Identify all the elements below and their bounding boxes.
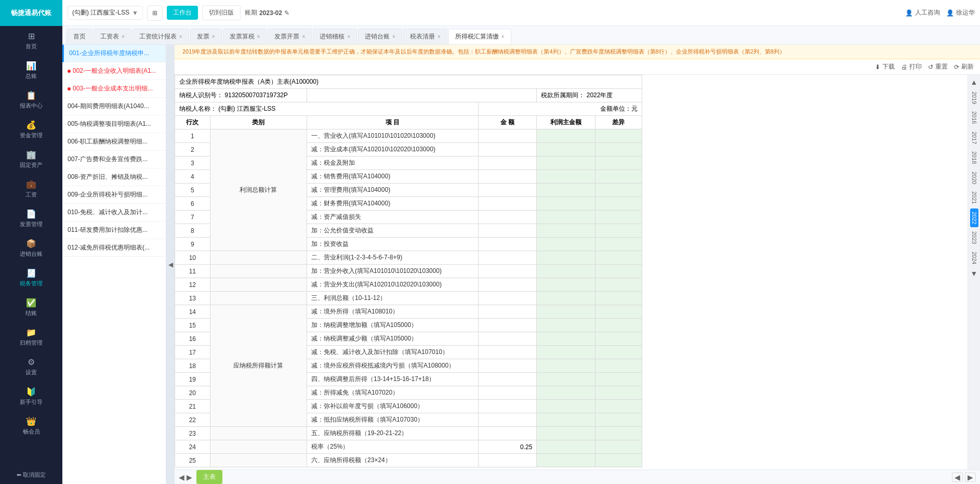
amount-cell[interactable] bbox=[478, 319, 537, 332]
diff-cell[interactable] bbox=[595, 346, 642, 359]
amount-cell[interactable] bbox=[478, 454, 537, 467]
diff-cell[interactable] bbox=[595, 265, 642, 278]
sidebar-item-archive[interactable]: 📁归档管理 bbox=[0, 322, 62, 352]
profit-amount-cell[interactable] bbox=[537, 129, 595, 143]
sidebar-item-fixed-assets[interactable]: 🏢固定资产 bbox=[0, 145, 62, 174]
period-edit-icon[interactable]: ✎ bbox=[284, 9, 289, 17]
sidebar-item-tax[interactable]: 🧾税务管理 bbox=[0, 263, 62, 293]
tab-close-icon[interactable]: × bbox=[212, 34, 215, 40]
diff-cell[interactable] bbox=[595, 143, 642, 156]
refresh-button[interactable]: ⟳ 刷新 bbox=[954, 62, 974, 71]
profit-amount-cell[interactable] bbox=[537, 238, 595, 251]
tab-发票[interactable]: 发票× bbox=[190, 29, 222, 44]
amount-cell[interactable] bbox=[478, 238, 537, 251]
year-nav-2020[interactable]: 2020 bbox=[970, 168, 978, 187]
amount-cell[interactable] bbox=[478, 197, 537, 211]
profit-amount-cell[interactable] bbox=[537, 265, 595, 278]
profit-amount-cell[interactable] bbox=[537, 224, 595, 238]
diff-cell[interactable] bbox=[595, 211, 642, 224]
profit-amount-cell[interactable] bbox=[537, 184, 595, 197]
download-button[interactable]: ⬇ 下载 bbox=[875, 62, 895, 71]
amount-cell[interactable] bbox=[478, 359, 537, 373]
sidebar-item-invoice[interactable]: 📄发票管理 bbox=[0, 204, 62, 233]
tab-税表清册[interactable]: 税表清册× bbox=[403, 29, 447, 44]
tab-进销台账[interactable]: 进销台账× bbox=[358, 29, 402, 44]
profit-amount-cell[interactable] bbox=[537, 156, 595, 170]
left-panel-item-008[interactable]: 008-资产折旧、摊销及纳税... bbox=[62, 168, 166, 186]
profit-amount-cell[interactable] bbox=[537, 278, 595, 292]
tab-close-icon[interactable]: × bbox=[347, 34, 350, 40]
diff-cell[interactable] bbox=[595, 224, 642, 238]
tab-所得税汇算清缴[interactable]: 所得税汇算清缴× bbox=[448, 29, 511, 44]
profit-amount-cell[interactable] bbox=[537, 143, 595, 156]
left-panel-item-011[interactable]: 011-研发费用加计扣除优惠... bbox=[62, 221, 166, 239]
print-button[interactable]: 🖨 打印 bbox=[901, 62, 922, 71]
diff-cell[interactable] bbox=[595, 292, 642, 305]
amount-cell[interactable] bbox=[478, 170, 537, 184]
diff-cell[interactable] bbox=[595, 413, 642, 427]
workstation-button[interactable]: 工作台 bbox=[167, 6, 198, 20]
sidebar-item-report-center[interactable]: 📋报表中心 bbox=[0, 85, 62, 115]
year-nav-2016[interactable]: 2016 bbox=[970, 108, 978, 127]
user-profile[interactable]: 👤 徐运华 bbox=[946, 8, 975, 17]
year-nav-down[interactable]: ▼ bbox=[970, 268, 979, 279]
switch-old-button[interactable]: 切到旧版 bbox=[202, 5, 241, 20]
ai-consult-button[interactable]: 👤 人工咨询 bbox=[905, 8, 940, 17]
profit-amount-cell[interactable] bbox=[537, 427, 595, 440]
profit-amount-cell[interactable] bbox=[537, 400, 595, 413]
tab-进销稽核[interactable]: 进销稽核× bbox=[313, 29, 357, 44]
profit-amount-cell[interactable] bbox=[537, 292, 595, 305]
tab-close-icon[interactable]: × bbox=[438, 34, 441, 40]
amount-cell[interactable] bbox=[478, 292, 537, 305]
sidebar-item-settings[interactable]: ⚙设置 bbox=[0, 352, 62, 382]
year-nav-2022[interactable]: 2022 bbox=[970, 208, 978, 227]
amount-cell[interactable] bbox=[478, 129, 537, 143]
tab-首页[interactable]: 首页 bbox=[67, 29, 92, 44]
profit-amount-cell[interactable] bbox=[537, 413, 595, 427]
left-panel-item-001[interactable]: 001-企业所得税年度纳税申... bbox=[62, 45, 166, 62]
profit-amount-cell[interactable] bbox=[537, 305, 595, 319]
amount-cell[interactable] bbox=[478, 156, 537, 170]
year-nav-up[interactable]: ▲ bbox=[970, 77, 979, 87]
tab-工资表[interactable]: 工资表× bbox=[94, 29, 131, 44]
diff-cell[interactable] bbox=[595, 400, 642, 413]
diff-cell[interactable] bbox=[595, 332, 642, 346]
profit-amount-cell[interactable] bbox=[537, 386, 595, 400]
diff-cell[interactable] bbox=[595, 454, 642, 467]
diff-cell[interactable] bbox=[595, 129, 642, 143]
sheet-tab-main[interactable]: 主表 bbox=[196, 470, 222, 484]
amount-cell[interactable] bbox=[478, 211, 537, 224]
year-nav-2019[interactable]: 2019 bbox=[970, 88, 978, 107]
tab-close-icon[interactable]: × bbox=[179, 34, 182, 40]
left-panel-item-012[interactable]: 012-减免所得税优惠明细表(... bbox=[62, 239, 166, 257]
sidebar-item-purchase-sales[interactable]: 📦进销台账 bbox=[0, 233, 62, 263]
left-panel-item-004[interactable]: 004-期间费用明细表(A1040... bbox=[62, 98, 166, 115]
tab-工资统计报表[interactable]: 工资统计报表× bbox=[133, 29, 189, 44]
sidebar-cancel-fixed[interactable]: ⬅ 取消固定 bbox=[0, 466, 62, 484]
collapse-button[interactable]: ◀ bbox=[166, 45, 175, 484]
tab-close-icon[interactable]: × bbox=[122, 34, 125, 40]
profit-amount-cell[interactable] bbox=[537, 251, 595, 265]
tab-发票算税[interactable]: 发票算税× bbox=[223, 29, 267, 44]
year-nav-2023[interactable]: 2023 bbox=[970, 228, 978, 247]
diff-cell[interactable] bbox=[595, 184, 642, 197]
year-nav-2021[interactable]: 2021 bbox=[970, 188, 978, 207]
diff-cell[interactable] bbox=[595, 319, 642, 332]
diff-cell[interactable] bbox=[595, 238, 642, 251]
amount-cell[interactable] bbox=[478, 386, 537, 400]
profit-amount-cell[interactable] bbox=[537, 373, 595, 386]
amount-cell[interactable] bbox=[478, 346, 537, 359]
tab-close-icon[interactable]: × bbox=[257, 34, 260, 40]
sheet-scroll-right[interactable]: ▶ bbox=[965, 473, 976, 482]
sidebar-item-payroll[interactable]: 💼工资 bbox=[0, 174, 62, 204]
company-selector[interactable]: (勾删) 江西服宝-LSS ▼ bbox=[68, 6, 143, 20]
sheet-scroll-left[interactable]: ◀ bbox=[952, 473, 963, 482]
profit-amount-cell[interactable] bbox=[537, 197, 595, 211]
amount-cell[interactable] bbox=[478, 224, 537, 238]
diff-cell[interactable] bbox=[595, 278, 642, 292]
amount-cell[interactable] bbox=[478, 265, 537, 278]
diff-cell[interactable] bbox=[595, 427, 642, 440]
year-nav-2018[interactable]: 2018 bbox=[970, 148, 978, 167]
tab-close-icon[interactable]: × bbox=[302, 34, 305, 40]
diff-cell[interactable] bbox=[595, 170, 642, 184]
